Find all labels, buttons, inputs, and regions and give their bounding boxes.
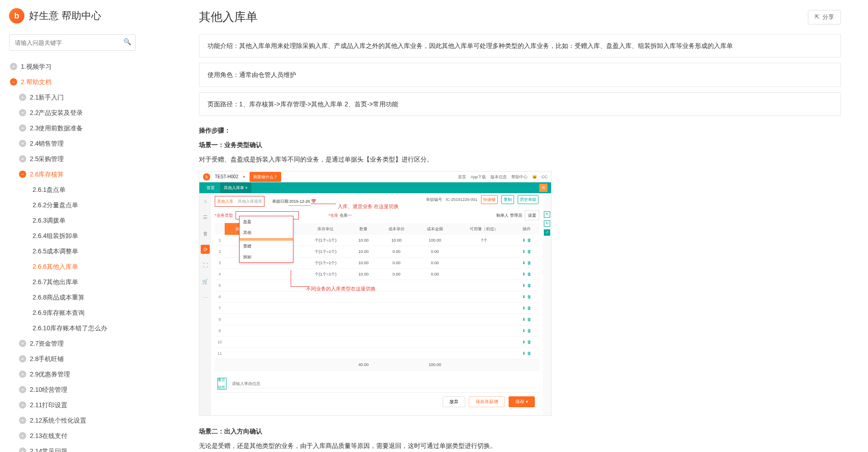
path-box: 页面路径：1、库存核算->库存管理->其他入库单 2、首页->常用功能 bbox=[199, 92, 841, 116]
shot-note-input[interactable] bbox=[230, 380, 537, 388]
nav-2-13[interactable]: +2.13在线支付 bbox=[9, 428, 136, 443]
steps-label: 操作步骤： bbox=[199, 124, 841, 137]
search-icon[interactable]: 🔍 bbox=[123, 38, 131, 45]
nav-2-12[interactable]: +2.12系统个性化设置 bbox=[9, 413, 136, 428]
nav-2-6-2[interactable]: 2.6.2分量盘点单 bbox=[9, 197, 136, 213]
sidebar: b 好生意 帮助中心 🔍 +1.视频学习 −2.帮助文档 +2.1新手入门 +2… bbox=[0, 0, 145, 452]
shot-account: TEST-H002 bbox=[215, 172, 238, 181]
nav-2-6-4[interactable]: 2.6.4组装拆卸单 bbox=[9, 228, 136, 243]
nav-2-8[interactable]: +2.8手机旺铺 bbox=[9, 351, 136, 366]
shot-rail-icon[interactable]: ⟳ bbox=[201, 245, 210, 254]
nav-2-10[interactable]: +2.10经营管理 bbox=[9, 382, 136, 397]
nav-2-6-10[interactable]: 2.6.10库存账本错了怎么办 bbox=[9, 320, 136, 336]
role-box: 使用角色：通常由仓管人员维护 bbox=[199, 63, 841, 86]
scene2-title: 场景二：出入方向确认 bbox=[199, 425, 841, 438]
nav-2-6-7[interactable]: 2.6.7其他出库单 bbox=[9, 274, 136, 290]
shot-left-rail: ⌂ ☰ 🗑 ⟳ ⛶ 🛒 ⋯ bbox=[199, 193, 211, 415]
shot-rail-icon[interactable]: ⋯ bbox=[203, 293, 208, 303]
shot-note-icon: 备注信息 bbox=[217, 378, 226, 390]
shot-savenew-button[interactable]: 保存并新增 bbox=[469, 396, 505, 407]
search-input[interactable] bbox=[9, 34, 136, 51]
shot-user: CC bbox=[542, 173, 547, 181]
nav-2-6-8[interactable]: 2.6.8商品成本重算 bbox=[9, 290, 136, 305]
nav-2-4[interactable]: +2.4销售管理 bbox=[9, 136, 136, 151]
shot-close-icon[interactable]: ✕ bbox=[539, 184, 547, 192]
shot-annotation-2: 不同业务的入库类型在这里切换 bbox=[306, 284, 376, 294]
shot-tab-home[interactable]: 首页 bbox=[203, 182, 218, 193]
nav-2-6-6[interactable]: 2.6.6其他入库单 bbox=[9, 259, 136, 274]
shot-dropdown[interactable]: 盘盈 其他 受赠 拆卸 bbox=[239, 216, 293, 263]
shot-doc-no: IC-20191226-001 bbox=[446, 195, 477, 204]
logo-text: 好生意 帮助中心 bbox=[29, 9, 101, 23]
shot-tool-icon[interactable]: ⤢ bbox=[544, 229, 550, 236]
shot-tool-icon[interactable]: ⇱ bbox=[544, 211, 550, 218]
nav-video[interactable]: +1.视频学习 bbox=[9, 59, 136, 74]
shot-chip-copy[interactable]: 复制 bbox=[501, 195, 514, 204]
shot-topbar: b TEST-H002 ▾ 我要做什么？ 首页 App下载 版本信息 帮助中心 … bbox=[199, 171, 551, 182]
nav: +1.视频学习 −2.帮助文档 +2.1新手入门 +2.2产品安装及登录 +2.… bbox=[9, 59, 136, 452]
page-title: 其他入库单 bbox=[199, 9, 258, 25]
shot-rail-icon[interactable]: ⛶ bbox=[203, 260, 208, 270]
shot-right-rail: ⇱ ↻ ⤢ bbox=[543, 193, 551, 415]
shot-save-button[interactable]: 保存 ▾ bbox=[509, 396, 535, 407]
shot-annotation-1: 入库、退货业务 在这里切换 bbox=[338, 201, 399, 211]
share-icon: ⇱ bbox=[815, 14, 820, 20]
embedded-screenshot: b TEST-H002 ▾ 我要做什么？ 首页 App下载 版本信息 帮助中心 … bbox=[199, 171, 552, 416]
share-button[interactable]: ⇱ 分享 bbox=[808, 10, 841, 24]
logo-icon: b bbox=[9, 8, 24, 24]
nav-2-3[interactable]: +2.3使用前数据准备 bbox=[9, 120, 136, 136]
shot-rail-icon[interactable]: 🛒 bbox=[202, 276, 208, 286]
main: 其他入库单 ⇱ 分享 功能介绍：其他入库单用来处理除采购入库、产成品入库之外的其… bbox=[145, 0, 868, 452]
nav-2-6-3[interactable]: 2.6.3调拨单 bbox=[9, 213, 136, 228]
shot-rail-icon[interactable]: ⌂ bbox=[204, 196, 207, 206]
nav-2-1[interactable]: +2.1新手入门 bbox=[9, 90, 136, 105]
shot-logo-icon: b bbox=[203, 173, 210, 181]
shot-rail-icon[interactable]: ☰ bbox=[203, 212, 208, 222]
search-box: 🔍 bbox=[9, 34, 136, 51]
shot-date-input[interactable]: 2019-12-26 bbox=[288, 197, 311, 206]
shot-tab-current[interactable]: 其他入库单 × bbox=[220, 182, 251, 193]
content: 操作步骤： 场景一：业务类型确认 对于受赠、盘盈或是拆装入库等不同的业务，是通过… bbox=[199, 124, 841, 452]
shot-action-button[interactable]: 我要做什么？ bbox=[250, 172, 281, 182]
shot-rail-icon[interactable]: 🗑 bbox=[203, 228, 208, 238]
nav-2-2[interactable]: +2.2产品安装及登录 bbox=[9, 105, 136, 120]
nav-2-6-5[interactable]: 2.6.5成本调整单 bbox=[9, 243, 136, 259]
shot-link-ver[interactable]: 版本信息 bbox=[491, 173, 507, 181]
scene1-title: 场景一：业务类型确认 bbox=[199, 138, 841, 151]
intro-box: 功能介绍：其他入库单用来处理除采购入库、产成品入库之外的其他入库业务，因此其他入… bbox=[199, 34, 841, 57]
shot-setting-button[interactable]: 设置 bbox=[525, 210, 539, 220]
shot-link-home[interactable]: 首页 bbox=[458, 173, 466, 181]
nav-docs[interactable]: −2.帮助文档 bbox=[9, 74, 136, 90]
shot-link-app[interactable]: App下载 bbox=[471, 173, 486, 181]
nav-2-14[interactable]: +2.14常见问题 bbox=[9, 443, 136, 452]
shot-chip-hotkey[interactable]: 快捷键 bbox=[481, 195, 498, 204]
shot-type-toggle[interactable]: 其他入库 其他入库退库 bbox=[215, 196, 264, 207]
shot-tabs: 首页 其他入库单 × ✕ bbox=[199, 182, 551, 193]
shot-tool-icon[interactable]: ↻ bbox=[544, 220, 550, 227]
logo: b 好生意 帮助中心 bbox=[9, 8, 136, 24]
shot-avatar-icon[interactable]: 🐱 bbox=[532, 173, 537, 181]
nav-2-6[interactable]: −2.6库存核算 bbox=[9, 167, 136, 182]
nav-2-9[interactable]: +2.9优惠券管理 bbox=[9, 366, 136, 382]
nav-2-6-1[interactable]: 2.6.1盘点单 bbox=[9, 182, 136, 197]
nav-2-7[interactable]: +2.7资金管理 bbox=[9, 336, 136, 351]
nav-2-6-9[interactable]: 2.6.9库存账本查询 bbox=[9, 305, 136, 320]
nav-2-11[interactable]: +2.11打印设置 bbox=[9, 397, 136, 413]
scene1-desc: 对于受赠、盘盈或是拆装入库等不同的业务，是通过单据头【业务类型】进行区分。 bbox=[199, 153, 841, 166]
shot-cancel-button[interactable]: 放弃 bbox=[443, 396, 465, 407]
scene2-p1: 无论是受赠，还是其他类型的业务，由于入库商品质量等原因，需要退回，这时可通过单据… bbox=[199, 439, 841, 452]
nav-2-5[interactable]: +2.5采购管理 bbox=[9, 151, 136, 167]
shot-chip-history[interactable]: 历史单据 bbox=[518, 195, 538, 204]
shot-link-help[interactable]: 帮助中心 bbox=[511, 173, 528, 181]
